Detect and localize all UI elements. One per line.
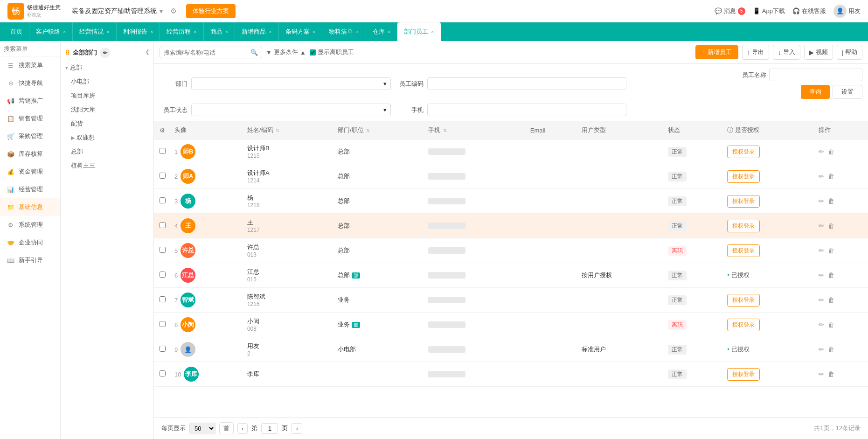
- emp-code-input[interactable]: [427, 77, 627, 90]
- tab-部门员工[interactable]: 部门员工×: [397, 22, 441, 41]
- row-checkbox[interactable]: [160, 321, 166, 327]
- edit-icon[interactable]: ✏: [819, 321, 824, 328]
- sidebar-item-新手引导[interactable]: 📖新手引导: [0, 251, 60, 269]
- tab-close-icon[interactable]: ×: [269, 29, 271, 35]
- dept-tree-item-总部[interactable]: 总部: [61, 145, 153, 159]
- video-button[interactable]: ▶ 视频: [804, 45, 833, 60]
- delete-icon[interactable]: 🗑: [828, 346, 834, 353]
- show-resigned-checkbox[interactable]: [310, 49, 316, 56]
- dept-tree-item-项目库房[interactable]: 项目库房: [61, 89, 153, 103]
- delete-icon[interactable]: 🗑: [828, 272, 834, 279]
- authorize-button[interactable]: 授权登录: [727, 170, 760, 183]
- employee-search-input[interactable]: [164, 49, 250, 56]
- emp-status-select[interactable]: ▾: [191, 104, 391, 116]
- phone-input[interactable]: [427, 104, 627, 116]
- more-conditions-toggle[interactable]: ▼ 更多条件 ▲: [266, 48, 306, 56]
- sidebar-item-系统管理[interactable]: ⚙系统管理: [0, 216, 60, 234]
- row-checkbox[interactable]: [160, 272, 166, 278]
- authorize-button[interactable]: 授权登录: [727, 368, 760, 381]
- authorize-button[interactable]: 授权登录: [727, 244, 760, 257]
- sort-dept-icon[interactable]: ⇅: [366, 128, 370, 133]
- edit-icon[interactable]: ✏: [819, 296, 824, 304]
- dept-tree-item-双鹿想[interactable]: ▶双鹿想: [61, 131, 153, 145]
- tab-仓库[interactable]: 仓库×: [366, 22, 397, 41]
- tab-close-icon[interactable]: ×: [150, 29, 153, 35]
- delete-icon[interactable]: 🗑: [828, 247, 834, 254]
- tab-close-icon[interactable]: ×: [356, 29, 359, 35]
- row-checkbox[interactable]: [160, 247, 166, 253]
- tab-条码方案[interactable]: 条码方案×: [279, 22, 322, 41]
- edit-icon[interactable]: ✏: [819, 173, 824, 180]
- dept-collapse-button[interactable]: 《: [143, 49, 149, 57]
- authorize-button[interactable]: 授权登录: [727, 319, 760, 331]
- sidebar-item-企业协同[interactable]: 🤝企业协同: [0, 234, 60, 251]
- row-checkbox[interactable]: [160, 148, 166, 154]
- sidebar-item-经营管理[interactable]: 📊经营管理: [0, 181, 60, 198]
- dept-filter-select[interactable]: ▾: [191, 77, 391, 90]
- dept-tree-item-植树王三[interactable]: 植树王三: [61, 159, 153, 173]
- edit-icon[interactable]: ✏: [819, 272, 824, 279]
- delete-icon[interactable]: 🗑: [828, 370, 834, 378]
- dept-tree-item-小电部[interactable]: 小电部: [61, 75, 153, 89]
- sidebar-item-搜索菜单[interactable]: ☰搜索菜单: [0, 56, 60, 74]
- query-button[interactable]: 查询: [801, 85, 830, 99]
- tab-close-icon[interactable]: ×: [388, 29, 390, 35]
- tab-close-icon[interactable]: ×: [431, 29, 434, 35]
- delete-icon[interactable]: 🗑: [828, 296, 834, 304]
- user-item[interactable]: 👤 用友: [833, 5, 861, 18]
- tab-close-icon[interactable]: ×: [225, 29, 228, 35]
- dept-tree-item-沈阳大库[interactable]: 沈阳大库: [61, 103, 153, 117]
- row-checkbox[interactable]: [160, 296, 166, 302]
- export-button[interactable]: ↑ 导出: [742, 45, 770, 60]
- sidebar-item-基础信息[interactable]: 📁基础信息: [0, 198, 60, 216]
- tab-经营历程[interactable]: 经营历程×: [160, 22, 203, 41]
- tab-close-icon[interactable]: ×: [63, 29, 66, 35]
- authorize-button[interactable]: 授权登录: [727, 195, 760, 208]
- add-employee-button[interactable]: + 新增员工: [695, 45, 738, 59]
- sidebar-item-资金管理[interactable]: 💰资金管理: [0, 163, 60, 181]
- sidebar-item-营销推广[interactable]: 📢营销推广: [0, 92, 60, 110]
- sidebar-item-采购管理[interactable]: 🛒采购管理: [0, 127, 60, 145]
- sidebar-item-销售管理[interactable]: 📋销售管理: [0, 110, 60, 127]
- settings-icon[interactable]: ⚙: [167, 4, 181, 18]
- row-checkbox[interactable]: [160, 173, 166, 179]
- delete-icon[interactable]: 🗑: [828, 148, 834, 155]
- tab-close-icon[interactable]: ×: [312, 29, 315, 35]
- edit-icon[interactable]: ✏: [819, 148, 824, 155]
- dept-tree-item-总部[interactable]: ▾总部: [61, 61, 153, 75]
- delete-icon[interactable]: 🗑: [828, 222, 834, 230]
- edit-icon[interactable]: ✏: [819, 247, 824, 254]
- authorize-button[interactable]: 授权登录: [727, 294, 760, 307]
- delete-icon[interactable]: 🗑: [828, 321, 834, 328]
- dropdown-arrow-icon[interactable]: ▾: [160, 7, 163, 15]
- row-checkbox[interactable]: [160, 346, 166, 352]
- set-button[interactable]: 设置: [833, 85, 862, 99]
- delete-icon[interactable]: 🗑: [828, 173, 834, 180]
- tab-利润报告[interactable]: 利润报告×: [117, 22, 160, 41]
- authorize-button[interactable]: 授权登录: [727, 220, 760, 232]
- sidebar-search-input[interactable]: [4, 45, 61, 52]
- edit-icon[interactable]: ✏: [819, 346, 824, 353]
- page-input[interactable]: [261, 423, 278, 434]
- tab-客户联络[interactable]: 客户联络×: [29, 22, 73, 41]
- tab-商品[interactable]: 商品×: [204, 22, 235, 41]
- prev-page-button[interactable]: ‹: [237, 423, 248, 434]
- help-button[interactable]: | 帮助: [837, 45, 862, 60]
- tab-经营情况[interactable]: 经营情况×: [73, 22, 116, 41]
- online-service-item[interactable]: 🎧 在线客服: [792, 7, 826, 15]
- message-item[interactable]: 💬 消息 5: [715, 7, 745, 15]
- sidebar-item-快捷导航[interactable]: ⊕快捷导航: [0, 74, 60, 92]
- row-checkbox[interactable]: [160, 197, 166, 203]
- tab-首页[interactable]: 首页: [4, 22, 29, 41]
- tab-物料清单[interactable]: 物料清单×: [322, 22, 366, 41]
- emp-name-input[interactable]: [769, 69, 862, 81]
- sort-name-icon[interactable]: ⇅: [276, 128, 279, 133]
- authorize-button[interactable]: 授权登录: [727, 146, 760, 158]
- edit-icon[interactable]: ✏: [819, 197, 824, 205]
- tab-close-icon[interactable]: ×: [106, 29, 109, 35]
- sidebar-item-库存核算[interactable]: 📦库存核算: [0, 145, 60, 163]
- edit-icon[interactable]: ✏: [819, 222, 824, 230]
- edit-icon[interactable]: ✏: [819, 370, 824, 378]
- dept-edit-button[interactable]: ✏: [100, 48, 110, 58]
- import-button[interactable]: ↓ 导入: [773, 45, 800, 60]
